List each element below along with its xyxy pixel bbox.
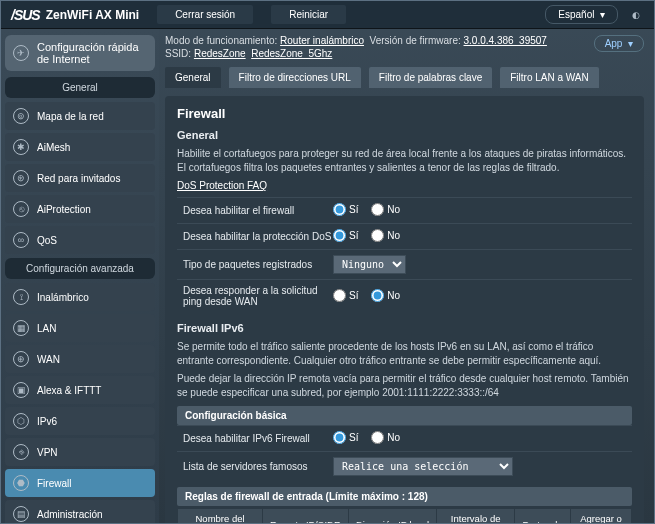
packet-type-select[interactable]: Ninguno bbox=[333, 255, 406, 274]
famous-servers-label: Lista de servidores famosos bbox=[183, 461, 333, 472]
tab-general[interactable]: General bbox=[165, 67, 221, 88]
enable-firewall-yes[interactable]: Sí bbox=[333, 203, 358, 216]
sidebar-item-aiprotection[interactable]: ⎋AiProtection bbox=[5, 195, 155, 223]
op-mode-link[interactable]: Router inalámbrico bbox=[280, 35, 364, 46]
section-header-general: General bbox=[5, 77, 155, 98]
col-header: Nombre del servicio bbox=[178, 509, 263, 524]
nav-icon: ⎋ bbox=[13, 201, 29, 217]
top-bar: /SUS ZenWiFi AX Mini Cerrar sesión Reini… bbox=[1, 1, 654, 29]
sidebar-item-vpn[interactable]: ⎆VPN bbox=[5, 438, 155, 466]
nav-icon: ▤ bbox=[13, 506, 29, 522]
sidebar-item-lan[interactable]: ▦LAN bbox=[5, 314, 155, 342]
enable-ipv6fw-no[interactable]: No bbox=[371, 431, 400, 444]
ssid-row: SSID: RedesZone RedesZone_5Ghz bbox=[165, 48, 644, 59]
language-selector[interactable]: Español ▾ bbox=[545, 5, 618, 24]
enable-ipv6fw-label: Desea habilitar IPv6 Firewall bbox=[183, 433, 333, 444]
ipv6-desc-2: Puede dejar la dirección IP remota vacía… bbox=[177, 372, 632, 400]
nav-label: LAN bbox=[37, 323, 56, 334]
nav-icon: ⎆ bbox=[13, 444, 29, 460]
enable-dos-no[interactable]: No bbox=[371, 229, 400, 242]
col-header: Remote IP/CIDR bbox=[263, 509, 349, 524]
nav-label: Mapa de la red bbox=[37, 111, 104, 122]
nav-label: VPN bbox=[37, 447, 58, 458]
brand-logo: /SUS bbox=[11, 7, 40, 23]
nav-icon: ⬡ bbox=[13, 413, 29, 429]
nav-icon: ∞ bbox=[13, 232, 29, 248]
logout-button[interactable]: Cerrar sesión bbox=[157, 5, 253, 24]
sidebar-item-firewall[interactable]: ⬣Firewall bbox=[5, 469, 155, 497]
firmware-link[interactable]: 3.0.0.4.386_39507 bbox=[464, 35, 547, 46]
nav-label: Red para invitados bbox=[37, 173, 120, 184]
sidebar-item-qos[interactable]: ∞QoS bbox=[5, 226, 155, 254]
enable-dos-label: Desea habilitar la protección DoS bbox=[183, 231, 333, 242]
nav-label: Administración bbox=[37, 509, 103, 520]
col-header: Protocolo bbox=[515, 509, 571, 524]
general-subtitle: General bbox=[177, 129, 632, 141]
sidebar-item-wan[interactable]: ⊕WAN bbox=[5, 345, 155, 373]
tab-strip: GeneralFiltro de direcciones URLFiltro d… bbox=[165, 67, 644, 88]
firewall-panel: Firewall General Habilite el cortafuegos… bbox=[165, 96, 644, 523]
sidebar-item-mapa-de-la-red[interactable]: ⊚Mapa de la red bbox=[5, 102, 155, 130]
sidebar-item-alexa-ifttt[interactable]: ▣Alexa & IFTTT bbox=[5, 376, 155, 404]
ping-wan-no[interactable]: No bbox=[371, 289, 400, 302]
col-header: Agregar o eliminar bbox=[571, 509, 632, 524]
quick-internet-setup[interactable]: ✈ Configuración rápida de Internet bbox=[5, 35, 155, 71]
model-name: ZenWiFi AX Mini bbox=[46, 8, 139, 22]
sidebar-item-ipv6[interactable]: ⬡IPv6 bbox=[5, 407, 155, 435]
sidebar-item-inal-mbrico[interactable]: ⟟Inalámbrico bbox=[5, 283, 155, 311]
content-panel: App ▾ Modo de funcionamiento: Router ina… bbox=[159, 29, 654, 523]
ipv6-desc-1: Se permite todo el tráfico saliente proc… bbox=[177, 340, 632, 368]
nav-icon: ⊕ bbox=[13, 351, 29, 367]
enable-firewall-no[interactable]: No bbox=[371, 203, 400, 216]
nav-icon: ▣ bbox=[13, 382, 29, 398]
enable-ipv6fw-yes[interactable]: Sí bbox=[333, 431, 358, 444]
sidebar-item-administraci-n[interactable]: ▤Administración bbox=[5, 500, 155, 523]
nav-label: Inalámbrico bbox=[37, 292, 89, 303]
nav-icon: ⬣ bbox=[13, 475, 29, 491]
tab-filtro-de-direcciones-url[interactable]: Filtro de direcciones URL bbox=[229, 67, 361, 88]
nav-icon: ✱ bbox=[13, 139, 29, 155]
globe-icon: ✈ bbox=[13, 45, 29, 61]
col-header: Intervalo de puertos bbox=[437, 509, 515, 524]
dos-faq-link[interactable]: DoS Protection FAQ bbox=[177, 180, 267, 191]
tab-filtro-lan-a-wan[interactable]: Filtro LAN a WAN bbox=[500, 67, 599, 88]
inbound-rules-header: Reglas de firewall de entrada (Límite má… bbox=[177, 487, 632, 506]
nav-label: Alexa & IFTTT bbox=[37, 385, 101, 396]
nav-icon: ⊚ bbox=[13, 108, 29, 124]
reboot-button[interactable]: Reiniciar bbox=[271, 5, 346, 24]
packet-type-label: Tipo de paquetes registrados bbox=[183, 259, 333, 270]
nav-label: Firewall bbox=[37, 478, 71, 489]
ipv6-subtitle: Firewall IPv6 bbox=[177, 322, 632, 334]
nav-label: WAN bbox=[37, 354, 60, 365]
op-mode-row: Modo de funcionamiento: Router inalámbri… bbox=[165, 35, 644, 46]
tab-filtro-de-palabras-clave[interactable]: Filtro de palabras clave bbox=[369, 67, 492, 88]
nav-label: QoS bbox=[37, 235, 57, 246]
nav-icon: ▦ bbox=[13, 320, 29, 336]
basic-config-header: Configuración básica bbox=[177, 406, 632, 425]
famous-servers-select[interactable]: Realice una selección bbox=[333, 457, 513, 476]
ping-wan-yes[interactable]: Sí bbox=[333, 289, 358, 302]
general-desc: Habilite el cortafuegos para proteger su… bbox=[177, 147, 632, 175]
nav-label: AiMesh bbox=[37, 142, 70, 153]
nav-label: IPv6 bbox=[37, 416, 57, 427]
app-badge[interactable]: App ▾ bbox=[594, 35, 644, 52]
rules-table: Nombre del servicioRemote IP/CIDRDirecci… bbox=[177, 508, 632, 523]
nav-icon: ⊛ bbox=[13, 170, 29, 186]
ping-wan-label: Desea responder a la solicitud ping desd… bbox=[183, 285, 333, 307]
quick-setup-label: Configuración rápida de Internet bbox=[37, 41, 147, 65]
page-title: Firewall bbox=[177, 106, 632, 121]
sidebar: ✈ Configuración rápida de Internet Gener… bbox=[1, 29, 159, 523]
col-header: Dirección IP local bbox=[348, 509, 437, 524]
nav-label: AiProtection bbox=[37, 204, 91, 215]
section-header-advanced: Configuración avanzada bbox=[5, 258, 155, 279]
sidebar-item-aimesh[interactable]: ✱AiMesh bbox=[5, 133, 155, 161]
nav-icon: ⟟ bbox=[13, 289, 29, 305]
theme-icon[interactable]: ◐ bbox=[628, 7, 644, 23]
sidebar-item-red-para-invitados[interactable]: ⊛Red para invitados bbox=[5, 164, 155, 192]
enable-dos-yes[interactable]: Sí bbox=[333, 229, 358, 242]
enable-firewall-label: Desea habilitar el firewall bbox=[183, 205, 333, 216]
